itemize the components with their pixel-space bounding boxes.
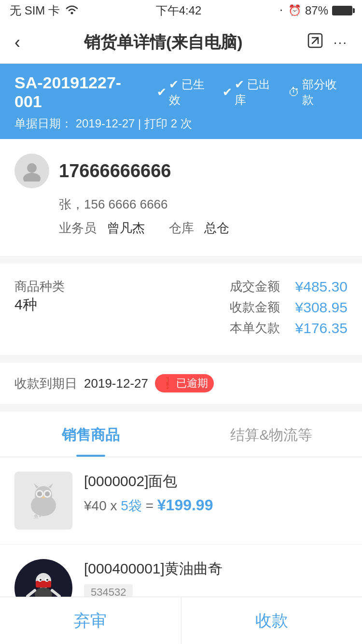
tabs-row: 销售商品 结算&物流等 bbox=[0, 412, 362, 457]
price-unit-1: ¥40 bbox=[84, 498, 107, 513]
customer-id: 17666666666 bbox=[59, 161, 171, 182]
wifi-icon bbox=[65, 4, 79, 17]
status-time: 下午4:42 bbox=[156, 3, 202, 18]
check-icon-2: ✔ bbox=[223, 85, 232, 99]
debt-amount-row: 本单欠款 ¥176.35 bbox=[230, 320, 348, 336]
svg-point-2 bbox=[27, 163, 37, 173]
price-x-1: x bbox=[111, 498, 121, 513]
location-icon: ⬝ bbox=[278, 4, 284, 17]
debt-label: 本单欠款 bbox=[230, 320, 280, 336]
more-button[interactable]: ··· bbox=[334, 35, 348, 50]
order-id: SA-20191227-001 bbox=[14, 73, 147, 111]
nav-bar: ‹ 销货单详情(来自电脑) ··· bbox=[0, 21, 362, 64]
recv-amount-row: 收款金额 ¥308.95 bbox=[230, 299, 348, 316]
product-name-1: [0000002]面包 bbox=[84, 472, 348, 491]
avatar bbox=[14, 154, 49, 188]
alarm-icon: ⏰ bbox=[288, 4, 301, 17]
salesperson-value: 曾凡杰 bbox=[107, 221, 145, 235]
check-icon-1: ✔ bbox=[157, 85, 167, 99]
svg-rect-16 bbox=[36, 581, 51, 588]
battery-icon bbox=[332, 6, 352, 15]
svg-point-8 bbox=[37, 491, 42, 496]
summary-right: 成交金额 ¥485.30 收款金额 ¥308.95 本单欠款 ¥176.35 bbox=[230, 278, 348, 340]
product-thumb-1: 鱼+ bbox=[14, 472, 72, 530]
tab-settlement-logistics[interactable]: 结算&物流等 bbox=[181, 412, 362, 457]
banner-row1: SA-20191227-001 ✔ ✔ 已生效 ✔ ✔ 已出库 ⏱ 部分收款 bbox=[14, 73, 348, 111]
bottom-bar: 弃审 收款 bbox=[0, 597, 362, 644]
nav-title: 销货单详情(来自电脑) bbox=[84, 31, 243, 54]
due-section: 收款到期日 2019-12-27 ❗ 已逾期 bbox=[0, 363, 362, 404]
status-left: 无 SIM 卡 bbox=[10, 3, 79, 18]
clock-icon: ⏱ bbox=[288, 85, 300, 99]
customer-name-phone: 张，156 6666 6666 bbox=[59, 196, 348, 213]
svg-point-9 bbox=[45, 491, 50, 496]
salesperson-item: 业务员 曾凡杰 bbox=[59, 220, 145, 237]
back-button[interactable]: ‹ bbox=[14, 32, 20, 53]
svg-point-3 bbox=[23, 173, 41, 182]
recv-amount: ¥308.95 bbox=[290, 299, 348, 316]
header-banner: SA-20191227-001 ✔ ✔ 已生效 ✔ ✔ 已出库 ⏱ 部分收款 单… bbox=[0, 64, 362, 139]
product-type-count: 4种 bbox=[14, 295, 65, 315]
overdue-icon: ❗ bbox=[161, 377, 174, 390]
overdue-badge: ❗ 已逾期 bbox=[155, 374, 214, 392]
trans-amount: ¥485.30 bbox=[290, 279, 348, 295]
svg-marker-12 bbox=[48, 483, 53, 488]
customer-meta: 业务员 曾凡杰 仓库 总仓 bbox=[59, 220, 348, 237]
warehouse-value: 总仓 bbox=[204, 221, 229, 235]
overdue-text: 已逾期 bbox=[176, 376, 208, 391]
export-button[interactable] bbox=[306, 32, 324, 53]
date-label: 单据日期： bbox=[14, 117, 72, 130]
warehouse-item: 仓库 总仓 bbox=[169, 220, 230, 237]
status-badges: ✔ ✔ 已生效 ✔ ✔ 已出库 ⏱ 部分收款 bbox=[157, 77, 348, 108]
collect-button[interactable]: 收款 bbox=[181, 597, 362, 644]
debt-amount: ¥176.35 bbox=[290, 320, 348, 336]
status-right: ⬝ ⏰ 87% bbox=[278, 4, 352, 17]
due-date: 2019-12-27 bbox=[84, 376, 148, 391]
order-date: 2019-12-27 bbox=[76, 117, 135, 130]
banner-row2: 单据日期： 2019-12-27 | 打印 2 次 bbox=[14, 116, 348, 131]
reject-button[interactable]: 弃审 bbox=[0, 597, 181, 644]
summary-section: 商品种类 4种 成交金额 ¥485.30 收款金额 ¥308.95 本单欠款 ¥… bbox=[0, 264, 362, 355]
print-info: | 打印 2 次 bbox=[138, 117, 192, 130]
customer-top: 17666666666 bbox=[14, 154, 348, 188]
product-type-label: 商品种类 bbox=[14, 278, 65, 295]
equals-1: = bbox=[146, 498, 157, 513]
product-info-1: [0000002]面包 ¥40 x 5袋 = ¥199.99 bbox=[84, 472, 348, 515]
recv-label: 收款金额 bbox=[230, 299, 280, 316]
nav-left: ‹ bbox=[14, 32, 20, 53]
customer-info: 张，156 6666 6666 业务员 曾凡杰 仓库 总仓 bbox=[59, 196, 348, 237]
status-effective: ✔ ✔ 已生效 bbox=[157, 77, 216, 108]
status-bar: 无 SIM 卡 下午4:42 ⬝ ⏰ 87% bbox=[0, 0, 362, 21]
status-partial-payment: ⏱ 部分收款 bbox=[288, 77, 348, 108]
svg-point-20 bbox=[46, 579, 48, 581]
trans-amount-row: 成交金额 ¥485.30 bbox=[230, 278, 348, 295]
status-shipped: ✔ ✔ 已出库 bbox=[223, 77, 281, 108]
customer-section: 17666666666 张，156 6666 6666 业务员 曾凡杰 仓库 总… bbox=[0, 139, 362, 256]
svg-point-19 bbox=[40, 579, 42, 581]
battery-text: 87% bbox=[305, 4, 328, 17]
summary-left: 商品种类 4种 bbox=[14, 278, 65, 315]
qty-1: 5袋 bbox=[121, 498, 142, 513]
product-price-1: ¥40 x 5袋 = ¥199.99 bbox=[84, 496, 348, 515]
tabs-section: 销售商品 结算&物流等 bbox=[0, 412, 362, 457]
due-label: 收款到期日 bbox=[14, 375, 77, 392]
svg-marker-11 bbox=[34, 483, 39, 488]
carrier-text: 无 SIM 卡 bbox=[10, 3, 60, 18]
svg-text:鱼+: 鱼+ bbox=[34, 514, 42, 519]
product-item-1: 鱼+ [0000002]面包 ¥40 x 5袋 = ¥199.99 bbox=[0, 457, 362, 545]
tab-sales-products[interactable]: 销售商品 bbox=[0, 412, 181, 457]
svg-point-0 bbox=[71, 12, 73, 14]
trans-label: 成交金额 bbox=[230, 278, 280, 295]
product-name-2: [000400001]黄油曲奇 bbox=[84, 559, 348, 579]
total-1: ¥199.99 bbox=[157, 496, 213, 514]
nav-right: ··· bbox=[306, 32, 348, 53]
